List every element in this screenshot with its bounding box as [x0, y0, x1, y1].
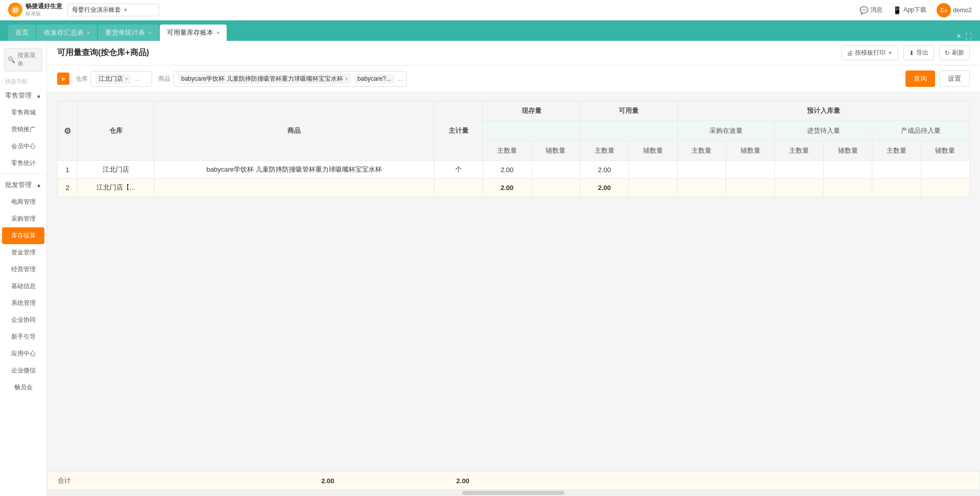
row2-purchase-transit-main [677, 179, 726, 197]
sidebar-item-label: 营销推广 [11, 125, 36, 134]
nav-tabs: 首页 收发存汇总表 × 要货单统计表 × 可用量库存账本 × × ⛶ [0, 20, 980, 41]
available-group-header: 可用量 [580, 101, 677, 121]
warehouse-filter-label: 仓库 [76, 75, 88, 83]
warehouse-tag-text: 江北门店 [99, 75, 123, 83]
filter-product-more-btn[interactable]: ... [397, 75, 402, 82]
table-footer: 合计 2.00 2.00 [47, 471, 980, 490]
table-area: ⚙ 仓库 商品 主计量 现存量 [47, 92, 980, 471]
sidebar-item-enterprise-wechat[interactable]: 企业微信 [0, 362, 46, 379]
row1-available-aux [629, 161, 677, 179]
user-area[interactable]: Ea demo2 [937, 3, 972, 17]
row1-product-pending-main [872, 161, 921, 179]
sidebar-item-label: 新手引导 [11, 333, 36, 341]
forecast-group-header: 预计入库量 [677, 101, 969, 121]
settings-col-header: ⚙ [58, 101, 78, 161]
sidebar-item-operation[interactable]: 经营管理 [0, 261, 46, 278]
sidebar-item-zero-retail-mall[interactable]: 零售商城 [0, 104, 46, 121]
tab-income[interactable]: 收发存汇总表 × [37, 25, 97, 41]
row2-stock-main: 2.00 [483, 179, 531, 197]
tab-income-close[interactable]: × [87, 30, 90, 36]
product-pending-group-header: 产成品待入量 [872, 121, 970, 141]
table-row: 2 江北门店【... 2.00 2.00 [58, 179, 970, 197]
filter-expand-btn[interactable]: » [57, 73, 69, 85]
logo-area: 好 畅捷通好生意 标准版 [8, 3, 62, 17]
bottom-scrollbar[interactable] [47, 490, 980, 496]
message-btn[interactable]: 💬 消息 [860, 6, 883, 14]
purchase-transit-aux-header: 辅数量 [726, 141, 775, 161]
tab-available-close[interactable]: × [216, 30, 219, 36]
available-aux-header: 辅数量 [629, 141, 677, 161]
sidebar-item-purchase[interactable]: 采购管理 [0, 210, 46, 227]
sidebar-item-retail-stats[interactable]: 零售统计 [0, 155, 46, 172]
setting-button[interactable]: 设置 [939, 70, 970, 87]
export-btn[interactable]: ⬇ 导出 [903, 45, 934, 60]
sidebar-item-zero-retail-mgmt[interactable]: 零售管理 ▲ [0, 87, 46, 104]
tab-order-close[interactable]: × [148, 30, 151, 36]
refresh-label: 刷新 [952, 49, 964, 57]
refresh-btn[interactable]: ↻ 刷新 [939, 45, 970, 60]
page-header: 可用量查询(按仓库+商品) 🖨 按模板打印 ▼ ⬇ 导出 ↻ 刷新 [47, 41, 980, 65]
layout: 🔍 搜索菜单 快捷导航 零售管理 ▲ 零售商城 营销推广 会员中心 零售统计 批… [0, 41, 980, 496]
sidebar-item-ecommerce[interactable]: 电商管理 [0, 194, 46, 210]
row1-stock-aux [531, 161, 580, 179]
query-button[interactable]: 查询 [905, 70, 935, 87]
stock-sub-header [483, 121, 580, 141]
product-tag1-remove[interactable]: × [345, 76, 348, 82]
warehouse-tag-remove[interactable]: × [125, 76, 128, 82]
sidebar-item-label: 企业协同 [11, 316, 36, 324]
sidebar-item-marketing[interactable]: 营销推广 [0, 121, 46, 138]
stock-main-header: 主数量 [483, 141, 531, 161]
sidebar-item-basic-info[interactable]: 基础信息 [0, 278, 46, 295]
product-filter-input[interactable]: babycare学饮杯 儿童防摔防撞吸管杯重力球吸嘴杯宝宝水杯 × babyca… [174, 71, 407, 87]
scrollbar-thumb[interactable] [462, 491, 565, 495]
sidebar-item-batch-mgmt[interactable]: 批发管理 ▲ [0, 176, 46, 194]
sidebar-search-area: 🔍 搜索菜单 [0, 45, 46, 75]
page-header-actions: 🖨 按模板打印 ▼ ⬇ 导出 ↻ 刷新 [841, 45, 970, 60]
row1-warehouse: 江北门店 [78, 161, 154, 179]
sidebar-item-finance[interactable]: 资金管理 [0, 244, 46, 261]
row1-no: 1 [58, 161, 78, 179]
tab-income-label: 收发存汇总表 [44, 28, 84, 37]
product-tag2: babycare?... [354, 74, 394, 83]
purchase-transit-group-header: 采购在途量 [677, 121, 775, 141]
close-all-icon[interactable]: × [957, 32, 961, 41]
logo-sub: 标准版 [26, 10, 62, 17]
sidebar-divider [0, 174, 46, 174]
sidebar-item-inventory[interactable]: 库存核算 [2, 227, 44, 244]
sidebar-item-member-center[interactable]: 会员中心 [0, 138, 46, 155]
tab-home[interactable]: 首页 [8, 25, 36, 41]
logo-text: 畅捷通好生意 [26, 3, 62, 10]
row2-product-pending-main [872, 179, 921, 197]
product-tag2-text: babycare?... [357, 75, 391, 82]
sidebar-item-newguide[interactable]: 新手引导 [0, 328, 46, 345]
fullscreen-icon[interactable]: ⛶ [965, 33, 972, 40]
product-pending-main-header: 主数量 [872, 141, 921, 161]
tab-order-label: 要货单统计表 [105, 28, 145, 37]
app-download-btn[interactable]: 📱 App下载 [893, 6, 926, 14]
row1-product: babycare学饮杯 儿童防摔防撞吸管杯重力球吸嘴杯宝宝水杯 [154, 161, 434, 179]
sidebar-item-label: 企业微信 [11, 366, 36, 375]
warehouse-filter-input[interactable]: 江北门店 × ... [91, 71, 152, 87]
row1-purchase-transit-main [677, 161, 726, 179]
sidebar-item-label: 应用中心 [11, 349, 36, 358]
tab-order[interactable]: 要货单统计表 × [98, 25, 158, 41]
sidebar-item-app-center[interactable]: 应用中心 [0, 345, 46, 362]
available-main-header: 主数量 [580, 141, 628, 161]
top-bar-right: 💬 消息 📱 App下载 Ea demo2 [860, 3, 972, 17]
table-settings-icon[interactable]: ⚙ [64, 127, 71, 135]
sidebar-item-changyuan[interactable]: 畅员会 [0, 379, 46, 396]
industry-selector[interactable]: 母婴行业演示账套 ▼ [67, 4, 159, 16]
stock-aux-header: 辅数量 [531, 141, 580, 161]
sidebar-item-label: 库存核算 [11, 231, 36, 240]
sidebar-item-enterprise[interactable]: 企业协同 [0, 312, 46, 328]
row1-product-pending-aux [921, 161, 969, 179]
sidebar-item-system[interactable]: 系统管理 [0, 295, 46, 312]
sidebar-search-btn[interactable]: 🔍 搜索菜单 [4, 48, 42, 72]
print-btn[interactable]: 🖨 按模板打印 ▼ [841, 45, 898, 60]
filter-more-btn[interactable]: ... [134, 75, 139, 82]
tab-available[interactable]: 可用量库存账本 × [160, 25, 227, 41]
export-icon: ⬇ [909, 50, 914, 57]
nav-tabs-right: × ⛶ [957, 32, 972, 41]
product-tag1: babycare学饮杯 儿童防摔防撞吸管杯重力球吸嘴杯宝宝水杯 × [178, 74, 351, 84]
expand-icon: » [61, 75, 65, 83]
